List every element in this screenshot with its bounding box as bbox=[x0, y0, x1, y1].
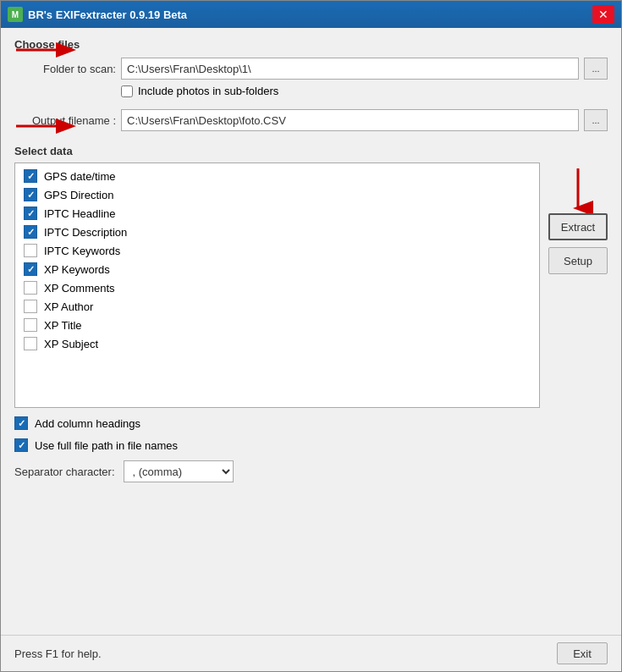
folder-input[interactable] bbox=[121, 58, 579, 80]
list-item[interactable]: IPTC Keywords bbox=[15, 241, 539, 260]
app-icon: M bbox=[8, 7, 23, 22]
use-full-path-label: Use full file path in file names bbox=[35, 439, 178, 452]
separator-select[interactable]: , (comma) ; (semicolon) Tab | (pipe) bbox=[124, 460, 234, 482]
checkbox-use-full-path[interactable] bbox=[14, 438, 28, 452]
checkbox-xp-keywords[interactable] bbox=[24, 262, 37, 276]
extract-button[interactable]: Extract bbox=[548, 213, 608, 240]
choose-files-section: Choose files Folder to scan: ... Incl bbox=[14, 38, 608, 101]
output-browse-button[interactable]: ... bbox=[584, 109, 608, 131]
output-section: Output filename : ... bbox=[14, 109, 608, 136]
item-label-xp-keywords: XP Keywords bbox=[44, 263, 110, 276]
select-data-section: Select data bbox=[14, 145, 608, 482]
separator-row: Separator character: , (comma) ; (semico… bbox=[14, 460, 540, 482]
help-text: Press F1 for help. bbox=[14, 647, 102, 660]
select-data-label: Select data bbox=[14, 145, 608, 157]
output-row: Output filename : ... bbox=[14, 109, 608, 131]
list-item[interactable]: GPS Direction bbox=[15, 185, 539, 204]
list-item[interactable]: IPTC Headline bbox=[15, 204, 539, 223]
list-item[interactable]: XP Subject bbox=[15, 334, 539, 353]
title-bar: M BR's EXIFextracter 0.9.19 Beta ✕ bbox=[1, 1, 621, 28]
checkbox-xp-comments[interactable] bbox=[24, 281, 37, 295]
exit-button[interactable]: Exit bbox=[557, 642, 608, 664]
close-button[interactable]: ✕ bbox=[592, 5, 614, 24]
main-area: GPS date/time GPS Direction IPTC Headlin… bbox=[14, 162, 608, 482]
folder-row: Folder to scan: ... bbox=[14, 58, 608, 80]
checkbox-xp-author[interactable] bbox=[24, 300, 37, 313]
add-column-headings-row: Add column headings bbox=[14, 416, 540, 430]
title-bar-left: M BR's EXIFextracter 0.9.19 Beta bbox=[8, 7, 187, 22]
item-label-iptc-headline: IPTC Headline bbox=[44, 207, 116, 220]
checkbox-xp-title[interactable] bbox=[24, 318, 37, 332]
add-column-headings-label: Add column headings bbox=[35, 417, 140, 430]
item-label-iptc-keywords: IPTC Keywords bbox=[44, 245, 120, 257]
checkbox-iptc-headline[interactable] bbox=[24, 207, 37, 220]
choose-files-label: Choose files bbox=[14, 38, 608, 51]
subfolder-checkbox[interactable] bbox=[121, 85, 133, 97]
subfolder-label: Include photos in sub-folders bbox=[138, 85, 278, 97]
item-label-xp-title: XP Title bbox=[44, 319, 82, 332]
folder-browse-button[interactable]: ... bbox=[584, 58, 608, 80]
checkbox-xp-subject[interactable] bbox=[24, 337, 37, 350]
setup-button[interactable]: Setup bbox=[548, 247, 608, 274]
window-title: BR's EXIFextracter 0.9.19 Beta bbox=[28, 8, 187, 21]
list-item[interactable]: XP Title bbox=[15, 316, 539, 334]
checklist[interactable]: GPS date/time GPS Direction IPTC Headlin… bbox=[14, 162, 540, 408]
subfolder-row: Include photos in sub-folders bbox=[121, 85, 608, 97]
separator-label: Separator character: bbox=[14, 465, 115, 478]
output-label: Output filename : bbox=[14, 114, 116, 127]
item-label-iptc-description: IPTC Description bbox=[44, 226, 127, 239]
use-full-path-row: Use full file path in file names bbox=[14, 438, 540, 452]
arrow-extract bbox=[557, 164, 599, 215]
checkbox-gps-direction[interactable] bbox=[24, 188, 37, 201]
item-label-xp-subject: XP Subject bbox=[44, 338, 98, 350]
checkbox-gps-datetime[interactable] bbox=[24, 169, 37, 183]
item-label-xp-author: XP Author bbox=[44, 300, 93, 313]
right-panel: Extract Setup bbox=[548, 162, 608, 482]
item-label-xp-comments: XP Comments bbox=[44, 282, 115, 295]
main-content: Choose files Folder to scan: ... Incl bbox=[1, 28, 621, 635]
item-label-gps-datetime: GPS date/time bbox=[44, 170, 116, 183]
item-label-gps-direction: GPS Direction bbox=[44, 189, 113, 201]
checkbox-iptc-description[interactable] bbox=[24, 225, 37, 239]
list-item[interactable]: IPTC Description bbox=[15, 223, 539, 241]
list-item[interactable]: XP Keywords bbox=[15, 260, 539, 278]
list-item[interactable]: XP Comments bbox=[15, 278, 539, 297]
left-panel: GPS date/time GPS Direction IPTC Headlin… bbox=[14, 162, 540, 482]
checkbox-iptc-keywords[interactable] bbox=[24, 244, 37, 257]
footer: Press F1 for help. Exit bbox=[1, 635, 621, 671]
main-window: M BR's EXIFextracter 0.9.19 Beta ✕ Choos… bbox=[0, 0, 622, 672]
folder-label: Folder to scan: bbox=[14, 63, 116, 75]
checkbox-add-column-headings[interactable] bbox=[14, 416, 28, 430]
list-item[interactable]: GPS date/time bbox=[15, 167, 539, 185]
list-item[interactable]: XP Author bbox=[15, 297, 539, 316]
output-input[interactable] bbox=[121, 109, 579, 131]
